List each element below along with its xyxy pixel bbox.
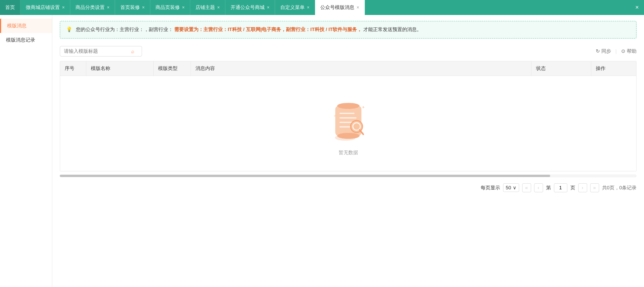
- tab-shop-theme[interactable]: 店铺主题 ×: [190, 0, 225, 15]
- close-tab-product-decoration[interactable]: ×: [182, 5, 185, 10]
- pagination: 每页显示 50 ∨ « ‹ 第 页 › » 共0页，0条记录: [60, 180, 637, 194]
- svg-point-1: [337, 103, 360, 109]
- top-nav: 首页 微商城店铺设置 × 商品分类设置 × 首页装修 × 商品页装修 × 店铺主…: [0, 0, 644, 15]
- close-tab-category-settings[interactable]: ×: [107, 5, 110, 10]
- close-tab-template-message[interactable]: ×: [357, 5, 359, 10]
- tab-template-message[interactable]: 公众号模版消息 ×: [315, 0, 365, 15]
- tab-category-settings[interactable]: 商品分类设置 ×: [70, 0, 115, 15]
- divider: |: [616, 48, 617, 54]
- scrollbar-thumb[interactable]: [60, 175, 550, 177]
- search-box: ⌕: [60, 46, 142, 57]
- sidebar: 模版消息 模版消息记录: [0, 15, 52, 287]
- table-header: 序号 模版名称 模版类型 消息内容 状态 操作: [60, 61, 636, 76]
- close-tab-open-wechat-mall[interactable]: ×: [267, 5, 269, 10]
- next-page-button[interactable]: ›: [578, 183, 587, 192]
- close-tab-homepage-decoration[interactable]: ×: [142, 5, 145, 10]
- tab-custom-menu[interactable]: 自定义菜单 ×: [275, 0, 315, 15]
- last-page-icon: »: [593, 185, 596, 190]
- horizontal-scrollbar[interactable]: [60, 174, 637, 177]
- first-page-icon: «: [525, 185, 528, 190]
- last-page-button[interactable]: »: [590, 183, 599, 192]
- next-page-icon: ›: [582, 185, 583, 190]
- sync-icon: ↻: [596, 48, 600, 54]
- main-content: 💡 您的公众号行业为：主营行业：，副营行业： 需要设置为：主营行业：IT科技 /…: [52, 15, 644, 287]
- sidebar-item-template-message-log[interactable]: 模版消息记录: [0, 33, 52, 47]
- close-tab-shop-theme[interactable]: ×: [217, 5, 220, 10]
- page-prefix: 第: [546, 184, 551, 191]
- bulb-icon: 💡: [66, 27, 72, 32]
- empty-state: ✦ ✦ 暂无数据: [60, 76, 636, 171]
- col-status-header: 状态: [531, 61, 591, 76]
- sync-button[interactable]: ↻ 同步: [596, 48, 611, 55]
- page-size-select[interactable]: 50 ∨: [503, 183, 519, 192]
- col-content-header: 消息内容: [191, 61, 531, 76]
- data-table: 序号 模版名称 模版类型 消息内容 状态 操作: [60, 61, 637, 171]
- svg-text:✦: ✦: [361, 105, 365, 110]
- svg-point-2: [337, 133, 360, 139]
- empty-text: 暂无数据: [339, 149, 358, 156]
- page-unit: 页: [570, 184, 575, 191]
- tab-shop-settings[interactable]: 微商城店铺设置 ×: [21, 0, 70, 15]
- tab-open-wechat-mall[interactable]: 开通公众号商城 ×: [225, 0, 275, 15]
- tab-product-decoration[interactable]: 商品页装修 ×: [150, 0, 190, 15]
- page-layout: 模版消息 模版消息记录 💡 您的公众号行业为：主营行业：，副营行业： 需要设置为…: [0, 15, 644, 287]
- page-number-input[interactable]: [554, 183, 567, 192]
- page-total: 共0页，0条记录: [602, 184, 637, 191]
- chevron-down-icon: ∨: [513, 185, 517, 190]
- toolbar: ⌕ ↻ 同步 | ⊙ 帮助: [60, 46, 637, 57]
- search-icon[interactable]: ⌕: [131, 48, 134, 54]
- prev-page-icon: ‹: [537, 185, 539, 190]
- search-input[interactable]: [64, 48, 131, 54]
- svg-text:✦: ✦: [333, 114, 336, 118]
- toolbar-right: ↻ 同步 | ⊙ 帮助: [596, 48, 637, 55]
- prev-page-button[interactable]: ‹: [534, 183, 543, 192]
- close-tab-shop-settings[interactable]: ×: [62, 5, 65, 10]
- col-type-header: 模版类型: [154, 61, 191, 76]
- tab-home[interactable]: 首页: [0, 0, 21, 15]
- sidebar-item-template-message[interactable]: 模版消息: [0, 19, 52, 33]
- close-all-button[interactable]: ×: [630, 4, 644, 11]
- close-tab-custom-menu[interactable]: ×: [307, 5, 309, 10]
- col-action-header: 操作: [591, 61, 636, 76]
- empty-icon: ✦ ✦: [326, 98, 371, 143]
- notice-box: 💡 您的公众号行业为：主营行业：，副营行业： 需要设置为：主营行业：IT科技 /…: [60, 21, 637, 39]
- tab-homepage-decoration[interactable]: 首页装修 ×: [115, 0, 150, 15]
- col-seq-header: 序号: [60, 61, 86, 76]
- notice-highlight: 需要设置为：主营行业：IT科技 / 互联网|电子商务，副营行业：IT科技 / I…: [174, 27, 362, 32]
- first-page-button[interactable]: «: [522, 183, 531, 192]
- col-name-header: 模版名称: [86, 61, 154, 76]
- help-button[interactable]: ⊙ 帮助: [621, 48, 637, 55]
- page-size-label: 每页显示: [481, 184, 500, 191]
- help-icon: ⊙: [621, 48, 625, 54]
